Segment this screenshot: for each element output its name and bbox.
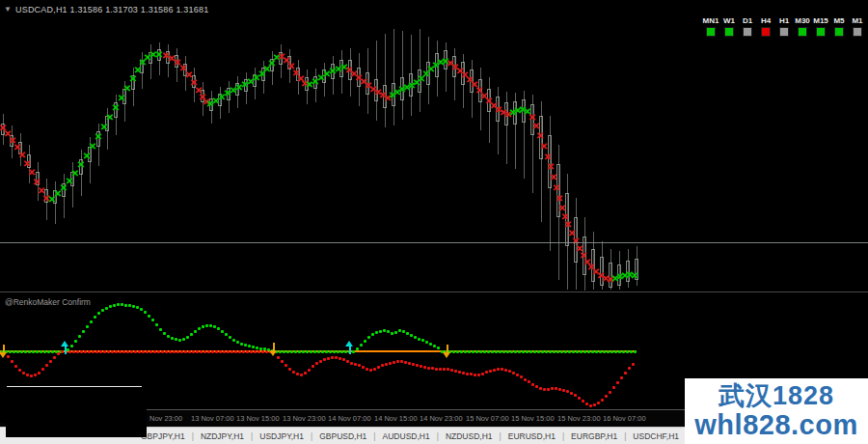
- chart-tab-eurgbp[interactable]: EURGBP,H1: [564, 431, 624, 441]
- red-indicator-dot: [261, 350, 264, 353]
- white-annotation-line: [7, 386, 142, 387]
- green-indicator-dot: [541, 350, 544, 353]
- red-indicator-dot: [578, 397, 581, 400]
- red-indicator-dot: [477, 374, 480, 376]
- down-trend-x-marker: ✕: [540, 142, 548, 152]
- red-indicator-dot: [49, 360, 52, 363]
- green-indicator-dot: [51, 350, 54, 353]
- green-indicator-dot: [13, 350, 15, 353]
- red-indicator-dot: [107, 350, 110, 353]
- red-indicator-dot: [632, 363, 635, 366]
- red-indicator-dot: [450, 369, 453, 372]
- red-indicator-dot: [11, 360, 14, 363]
- main-chart-area[interactable]: ▼ USDCAD,H1 1.31586 1.31703 1.31586 1.31…: [0, 0, 868, 292]
- red-indicator-dot: [470, 373, 473, 375]
- green-indicator-dot: [367, 336, 370, 339]
- timeframe-button-mn1[interactable]: MN1: [702, 16, 719, 38]
- red-indicator-dot: [585, 402, 588, 405]
- green-indicator-dot: [414, 336, 417, 339]
- red-indicator-dot: [369, 369, 372, 372]
- red-indicator-dot: [358, 364, 361, 367]
- red-indicator-dot: [427, 367, 430, 370]
- time-axis-label: Nov 23:00: [149, 414, 182, 423]
- red-indicator-dot: [524, 378, 527, 381]
- green-indicator-dot: [587, 350, 590, 353]
- green-indicator-dot: [259, 347, 262, 350]
- redaction-block: [6, 393, 147, 437]
- red-indicator-dot: [589, 404, 592, 407]
- red-indicator-dot: [207, 350, 210, 353]
- chart-tab-nzdjpy[interactable]: NZDJPY,H1: [194, 431, 251, 441]
- green-indicator-dot: [298, 350, 301, 353]
- green-indicator-dot: [232, 339, 235, 342]
- red-indicator-dot: [211, 350, 214, 353]
- green-indicator-dot: [595, 350, 598, 353]
- red-indicator-dot: [176, 350, 179, 353]
- green-indicator-dot: [510, 350, 513, 353]
- green-indicator-dot: [286, 350, 289, 353]
- candle-wick: [402, 31, 403, 120]
- red-indicator-dot: [76, 350, 79, 353]
- red-indicator-dot: [203, 350, 206, 353]
- green-indicator-dot: [90, 320, 93, 323]
- timeframe-button-m1[interactable]: M1: [849, 16, 866, 38]
- red-indicator-dot: [88, 350, 91, 353]
- timeframe-button-m15[interactable]: M15: [812, 16, 829, 38]
- chart-tab-gbpusd[interactable]: GBPUSD,H1: [312, 431, 373, 441]
- red-indicator-dot: [319, 360, 322, 363]
- red-indicator-dot: [520, 375, 523, 378]
- green-indicator-dot: [499, 350, 502, 353]
- chart-tab-eurusd[interactable]: EURUSD,H1: [502, 431, 562, 441]
- red-indicator-dot: [300, 374, 303, 376]
- green-indicator-dot: [82, 330, 85, 333]
- up-trend-x-marker: ✕: [100, 123, 108, 132]
- timeframe-label: M1: [852, 16, 862, 25]
- timeframe-button-w1[interactable]: W1: [720, 16, 738, 38]
- timeframe-status-square: [798, 27, 807, 37]
- timeframe-label: M15: [813, 16, 828, 25]
- timeframe-button-h1[interactable]: H1: [775, 16, 793, 38]
- red-indicator-dot: [431, 367, 434, 370]
- green-indicator-dot: [518, 350, 521, 353]
- green-indicator-dot: [433, 345, 436, 347]
- green-indicator-dot: [394, 331, 397, 334]
- timeframe-button-m5[interactable]: M5: [830, 16, 848, 38]
- green-indicator-dot: [591, 350, 594, 353]
- red-indicator-dot: [281, 360, 284, 363]
- chart-tab-nzdusd[interactable]: NZDUSD,H1: [439, 431, 500, 441]
- red-indicator-dot: [184, 350, 187, 353]
- timeframe-button-h4[interactable]: H4: [757, 16, 774, 38]
- red-indicator-dot: [389, 362, 392, 365]
- green-indicator-dot: [537, 350, 540, 353]
- chart-tab-audusd[interactable]: AUDUSD,H1: [376, 431, 437, 441]
- chart-tab-usdjpy[interactable]: USDJPY,H1: [253, 431, 311, 441]
- red-indicator-dot: [416, 364, 419, 367]
- red-indicator-dot: [169, 350, 172, 353]
- green-indicator-dot: [329, 350, 332, 353]
- green-indicator-dot: [406, 332, 409, 335]
- red-indicator-dot: [593, 403, 596, 406]
- timeframe-label: W1: [723, 16, 735, 25]
- red-indicator-dot: [628, 367, 631, 370]
- green-indicator-dot: [182, 338, 185, 341]
- green-indicator-dot: [360, 344, 363, 347]
- red-indicator-dot: [38, 372, 41, 375]
- green-indicator-dot: [109, 305, 112, 308]
- time-axis-label: 13 Nov 15:00: [236, 414, 280, 423]
- chart-tab-usdchf[interactable]: USDCHF,H1: [626, 431, 686, 441]
- green-indicator-dot: [321, 350, 324, 353]
- red-indicator-dot: [180, 350, 183, 353]
- red-indicator-dot: [404, 361, 407, 364]
- timeframe-button-m30[interactable]: M30: [794, 16, 811, 38]
- red-indicator-dot: [551, 387, 554, 390]
- red-indicator-dot: [323, 358, 326, 361]
- green-indicator-dot: [198, 327, 201, 330]
- red-indicator-dot: [346, 360, 349, 363]
- green-indicator-dot: [244, 344, 247, 347]
- green-indicator-dot: [622, 350, 625, 353]
- green-indicator-dot: [464, 350, 467, 353]
- green-indicator-dot: [522, 350, 525, 353]
- green-indicator-dot: [317, 350, 320, 353]
- timeframe-button-d1[interactable]: D1: [739, 16, 756, 38]
- green-indicator-dot: [383, 329, 386, 332]
